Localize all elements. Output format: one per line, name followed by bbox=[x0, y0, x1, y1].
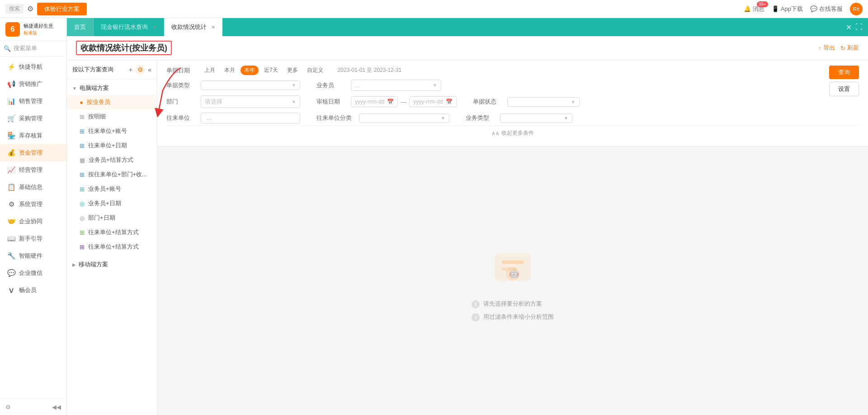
review-date-end[interactable]: yyyy-mm-dd 📅 bbox=[409, 96, 456, 107]
gear-icon-top[interactable]: ⚙ bbox=[27, 5, 33, 13]
date-range-text: 2023-01-01 至 2023-12-31 bbox=[338, 66, 401, 74]
hardware-icon: 🔧 bbox=[7, 252, 15, 260]
doc-type-select[interactable]: ▼ bbox=[201, 80, 300, 90]
review-date-start[interactable]: yyyy-mm-dd 📅 bbox=[351, 96, 398, 107]
sidebar-item-system[interactable]: ⚙ 系统管理 bbox=[0, 196, 66, 213]
doc-status-chevron: ▼ bbox=[571, 99, 576, 104]
main-layout: 6 畅捷通好生意标准版 🔍 搜索菜单 ⚡ 快捷导航 📢 营销推广 📊 销售管理 … bbox=[0, 18, 868, 415]
sidebar-item-purchase[interactable]: 🛒 采购管理 bbox=[0, 110, 66, 127]
desktop-scheme-group-title[interactable]: ▼ 电脑端方案 bbox=[67, 81, 157, 95]
scheme-item-by-detail[interactable]: ⊞ 按明细 bbox=[67, 109, 157, 124]
scheme-item-salesperson-date[interactable]: ◎ 业务员+日期 bbox=[67, 196, 157, 211]
partner-input[interactable]: ... bbox=[201, 113, 300, 123]
close-all-tabs-btn[interactable]: ✕ bbox=[846, 23, 852, 32]
scheme-panel-title: 按以下方案查询 bbox=[72, 66, 113, 74]
empty-tip-1: 1 请先选择要分析的方案 bbox=[472, 300, 554, 308]
collapse-panel-btn[interactable]: « bbox=[148, 66, 151, 73]
sidebar-item-finance[interactable]: 💰 资金管理 bbox=[0, 144, 66, 161]
app-download-btn[interactable]: 📱 App下载 bbox=[772, 5, 803, 13]
filter-row-partner: 往来单位 ... 往来单位分类 ▼ 业务类型 bbox=[166, 113, 822, 123]
export-button[interactable]: ↑ 导出 bbox=[819, 44, 835, 52]
settings-bottom-icon[interactable]: ⚙ bbox=[5, 404, 11, 410]
refresh-icon: ↻ bbox=[840, 45, 845, 52]
filter-row-date: 单据日期 上月 本月 本年 近7天 更多 自定义 2023-01-01 至 20… bbox=[166, 66, 822, 75]
add-scheme-btn[interactable]: + bbox=[129, 66, 132, 73]
expand-tab-btn[interactable]: ⛶ bbox=[855, 23, 863, 31]
date-tab-this-month[interactable]: 本月 bbox=[221, 66, 239, 75]
sidebar-item-operations[interactable]: 📈 经营管理 bbox=[0, 161, 66, 179]
scheme-item-salesperson-account[interactable]: ⊞ 业务员+账号 bbox=[67, 182, 157, 196]
empty-tips: 1 请先选择要分析的方案 2 用过滤条件来缩小分析范围 bbox=[472, 300, 554, 321]
refresh-button[interactable]: ↻ 刷新 bbox=[840, 44, 859, 52]
top-header: 搜索 ⚙ 体验行业方案 🔔 消息 99+ 📱 App下载 💬 在线客服 Rit bbox=[0, 0, 868, 18]
collapse-icon: ∧∧ bbox=[491, 130, 500, 137]
scheme-partner-settle2-icon: ⊞ bbox=[80, 244, 85, 250]
scheme-item-partner-date[interactable]: ⊞ 往来单位+日期 bbox=[67, 138, 157, 153]
scheme-settings-btn[interactable]: ⚙ bbox=[135, 65, 145, 75]
date-tab-7days[interactable]: 近7天 bbox=[260, 66, 282, 75]
online-service-btn[interactable]: 💬 在线客服 bbox=[810, 5, 843, 13]
collapse-sidebar-icon[interactable]: ◀◀ bbox=[52, 404, 61, 410]
date-tab-this-year[interactable]: 本年 bbox=[241, 66, 259, 75]
scheme-item-partner-settle2[interactable]: ⊞ 往来单位+结算方式 bbox=[67, 240, 157, 254]
sidebar-item-hardware[interactable]: 🔧 智能硬件 bbox=[0, 247, 66, 264]
sidebar-item-inventory[interactable]: 🏪 库存核算 bbox=[0, 127, 66, 144]
date-tab-custom[interactable]: 自定义 bbox=[303, 66, 327, 75]
salesperson-chevron: ▼ bbox=[433, 83, 437, 88]
close-tab-cash-flow[interactable]: ✕ bbox=[152, 24, 156, 30]
filter-row-doctype: 单据类型 ▼ 业务员 ... ▼ bbox=[166, 80, 822, 91]
sidebar-item-guide[interactable]: 📖 新手引导 bbox=[0, 230, 66, 247]
biz-type-select[interactable]: ▼ bbox=[500, 113, 572, 123]
scheme-item-partner-account[interactable]: ⊞ 往来单位+账号 bbox=[67, 124, 157, 138]
scheme-item-salesperson-settlement[interactable]: ▦ 业务员+结算方式 bbox=[67, 153, 157, 167]
scheme-item-by-salesperson[interactable]: ● 按业务员 bbox=[67, 95, 157, 109]
partner-category-select[interactable]: ▼ bbox=[359, 113, 449, 123]
doc-status-select[interactable]: ▼ bbox=[507, 97, 580, 107]
filter-settings-button[interactable]: 设置 bbox=[829, 82, 859, 96]
tab-home[interactable]: 首页 bbox=[67, 18, 94, 36]
scheme-partner-dept-icon: ⊞ bbox=[80, 171, 85, 178]
doc-type-label: 单据类型 bbox=[166, 81, 193, 90]
salesperson-select[interactable]: ... ▼ bbox=[351, 80, 441, 91]
sidebar-bottom: ⚙ ◀◀ bbox=[0, 399, 66, 415]
sidebar-item-basic-info[interactable]: 📋 基础信息 bbox=[0, 179, 66, 196]
sidebar-item-wechat[interactable]: 💬 企业微信 bbox=[0, 264, 66, 282]
trial-button[interactable]: 体验行业方案 bbox=[37, 3, 87, 15]
tab-controls: ✕ ⛶ bbox=[840, 23, 868, 32]
scheme-sp-date-icon: ◎ bbox=[80, 200, 85, 207]
collapse-more-btn[interactable]: ∧∧ 收起更多条件 bbox=[166, 125, 859, 141]
partner-more-btn[interactable]: ... bbox=[207, 115, 211, 121]
scheme-item-partner-dept[interactable]: ⊞ 按往来单位+部门+收... bbox=[67, 167, 157, 182]
logo-icon: 6 bbox=[5, 22, 20, 37]
close-tab-receipt-stats[interactable]: ✕ bbox=[211, 24, 215, 30]
scheme-item-dept-date[interactable]: ◎ 部门+日期 bbox=[67, 211, 157, 225]
sidebar-item-marketing[interactable]: 📢 营销推广 bbox=[0, 75, 66, 93]
basic-info-icon: 📋 bbox=[7, 183, 15, 191]
tab-receipt-stats[interactable]: 收款情况统计 ✕ bbox=[164, 18, 222, 36]
page-actions: ↑ 导出 ↻ 刷新 bbox=[819, 44, 859, 52]
query-button[interactable]: 查询 bbox=[829, 66, 859, 79]
sidebar-item-quick-nav[interactable]: ⚡ 快捷导航 bbox=[0, 58, 66, 75]
biz-type-chevron: ▼ bbox=[564, 116, 568, 121]
user-avatar[interactable]: Rit bbox=[850, 3, 863, 15]
date-tab-last-month[interactable]: 上月 bbox=[201, 66, 219, 75]
sidebar-item-cooperation[interactable]: 🤝 企业协同 bbox=[0, 213, 66, 230]
sidebar-item-vip[interactable]: V 畅会员 bbox=[0, 282, 66, 299]
mobile-scheme-group-title[interactable]: ▶ 移动端方案 bbox=[67, 258, 157, 271]
message-btn[interactable]: 🔔 消息 99+ bbox=[744, 5, 764, 13]
search-menu-item[interactable]: 🔍 搜索菜单 bbox=[0, 41, 66, 57]
dept-select[interactable]: 请选择 ▼ bbox=[201, 95, 300, 108]
filter-row-dept: 部门 请选择 ▼ 审核日期 yyyy-mm-dd 📅 bbox=[166, 95, 822, 108]
guide-icon: 📖 bbox=[7, 235, 15, 243]
page-title: 收款情况统计(按业务员) bbox=[76, 41, 172, 55]
scheme-item-partner-settle1[interactable]: ⊞ 往来单位+结算方式 bbox=[67, 225, 157, 240]
finance-icon: 💰 bbox=[7, 149, 15, 157]
quick-nav-icon: ⚡ bbox=[7, 63, 15, 71]
breadcrumb: 搜索 bbox=[5, 4, 24, 14]
svg-text:🤖: 🤖 bbox=[509, 269, 519, 278]
vip-icon: V bbox=[7, 287, 15, 294]
search-icon: 🔍 bbox=[4, 45, 11, 52]
date-tab-more[interactable]: 更多 bbox=[283, 66, 302, 75]
sidebar-item-sales[interactable]: 📊 销售管理 bbox=[0, 93, 66, 110]
tab-cash-flow[interactable]: 现金银行流水查询 ✕ bbox=[94, 18, 164, 36]
